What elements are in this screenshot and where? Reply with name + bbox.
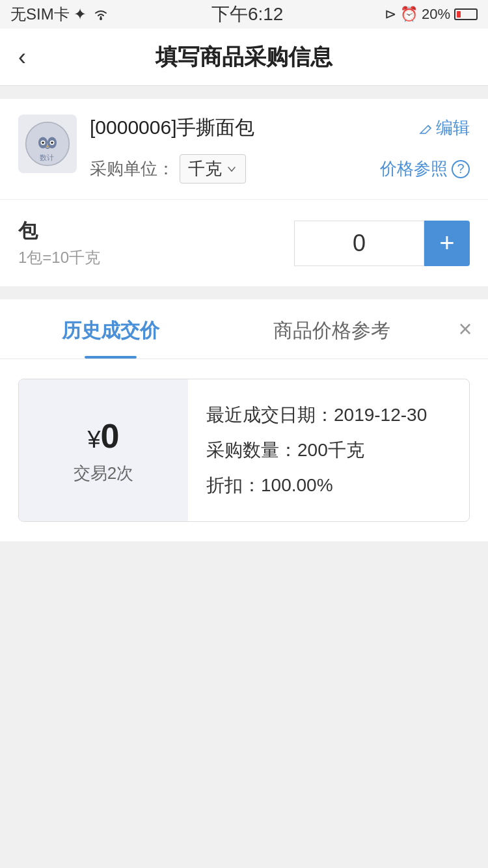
tab-product-price-ref[interactable]: 商品价格参考 [221, 299, 442, 359]
product-thumbnail: 数计 [18, 115, 77, 173]
price-amount: ¥0 [88, 416, 120, 455]
quantity-plus-button[interactable]: + [424, 221, 470, 266]
edit-button[interactable]: 编辑 [418, 116, 470, 139]
status-bar: 无SIM卡 ✦ 下午6:12 ⊳ ⏰ 20% [0, 0, 488, 29]
svg-point-7 [51, 142, 53, 144]
price-card-left: ¥0 交易2次 [19, 379, 188, 521]
edit-icon [418, 120, 433, 136]
status-time: 下午6:12 [211, 2, 284, 27]
product-name: [0000006]手撕面包 [90, 115, 254, 141]
product-logo: 数计 [25, 121, 70, 167]
tab-content: ¥0 交易2次 最近成交日期：2019-12-30 采购数量：200千克 折扣：… [0, 359, 488, 541]
price-card: ¥0 交易2次 最近成交日期：2019-12-30 采购数量：200千克 折扣：… [18, 379, 470, 522]
page-title: 填写商品采购信息 [156, 42, 332, 72]
product-info: [0000006]手撕面包 编辑 采购单位： 千克 [90, 115, 470, 183]
trade-count: 交易2次 [74, 462, 133, 485]
unit-selector[interactable]: 千克 [180, 154, 246, 183]
quantity-value[interactable]: 0 [294, 221, 424, 266]
nav-bar: ‹ 填写商品采购信息 [0, 29, 488, 86]
recent-date-line: 最近成交日期：2019-12-30 [206, 403, 451, 427]
chevron-down-icon [226, 163, 237, 175]
svg-point-0 [100, 18, 102, 20]
tabs-section: 历史成交价 商品价格参考 × ¥0 交易2次 最近成交日期：2019-12-30… [0, 299, 488, 541]
product-name-row: [0000006]手撕面包 编辑 [90, 115, 470, 141]
main-background [0, 541, 488, 868]
quantity-unit: 包 [18, 218, 100, 245]
tabs-header: 历史成交价 商品价格参考 × [0, 299, 488, 359]
quantity-label-area: 包 1包=10千克 [18, 218, 100, 268]
svg-text:数计: 数计 [40, 154, 54, 161]
location-icon: ⊳ [385, 6, 396, 23]
wifi-icon [92, 8, 110, 21]
back-button[interactable]: ‹ [18, 44, 26, 71]
status-right: ⊳ ⏰ 20% [385, 6, 478, 23]
quantity-input-area: 0 + [294, 221, 470, 266]
svg-point-6 [42, 142, 44, 144]
product-header: 数计 [0000006]手撕面包 编辑 采购单位： [18, 115, 470, 183]
price-card-right: 最近成交日期：2019-12-30 采购数量：200千克 折扣：100.00% [188, 379, 469, 521]
quantity-section: 包 1包=10千克 0 + [0, 200, 488, 286]
product-section: 数计 [0000006]手撕面包 编辑 采购单位： [0, 99, 488, 199]
battery-percent: 20% [422, 6, 450, 23]
tabs-close-button[interactable]: × [442, 306, 488, 352]
purchase-unit-row: 采购单位： 千克 价格参照 ? [90, 154, 470, 183]
tab-history-price[interactable]: 历史成交价 [0, 299, 221, 359]
purchase-unit-label: 采购单位： [90, 159, 174, 178]
discount-line: 折扣：100.00% [206, 473, 451, 498]
help-icon: ? [452, 160, 470, 178]
price-reference-button[interactable]: 价格参照 ? [380, 157, 470, 180]
status-left: 无SIM卡 ✦ [10, 4, 110, 25]
battery-icon [454, 8, 478, 20]
quantity-conversion: 1包=10千克 [18, 247, 100, 268]
alarm-icon: ⏰ [400, 6, 418, 23]
purchase-unit-label-area: 采购单位： 千克 [90, 154, 246, 183]
purchase-qty-line: 采购数量：200千克 [206, 438, 451, 463]
currency-symbol: ¥ [88, 426, 101, 453]
carrier-text: 无SIM卡 ✦ [10, 4, 87, 25]
